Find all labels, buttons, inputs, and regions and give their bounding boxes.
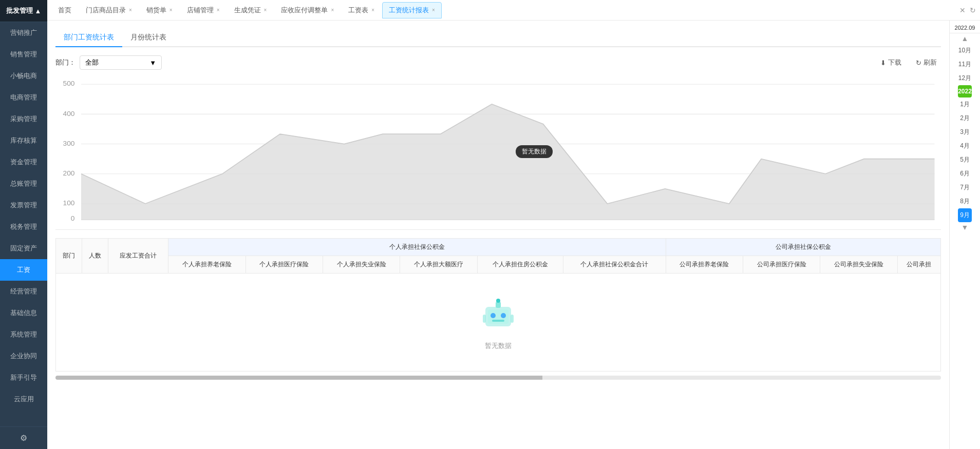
svg-text:200: 200 [63, 170, 75, 177]
chart-no-data-tooltip: 暂无数据 [516, 145, 553, 158]
th-公司承担养老保险: 公司承担养老保险 [666, 256, 743, 274]
date-item-5月[interactable]: 5月 [958, 153, 972, 167]
sidebar-item-总账管理[interactable]: 总账管理 [0, 173, 47, 194]
date-nav-down[interactable]: ▼ [962, 222, 969, 232]
download-icon: ⬇ [880, 59, 886, 67]
sidebar-item-新手引导[interactable]: 新手引导 [0, 367, 47, 388]
th-dept: 部门 [56, 239, 82, 274]
svg-text:300: 300 [63, 140, 75, 147]
gear-icon[interactable]: ⚙ [20, 433, 27, 443]
tab-销货单[interactable]: 销货单× [140, 2, 179, 18]
date-item-12月[interactable]: 12月 [958, 71, 972, 85]
th-count: 人数 [82, 239, 108, 274]
tab-工资表[interactable]: 工资表× [342, 2, 381, 18]
date-item-2022[interactable]: 2022 [958, 85, 972, 97]
date-item-3月[interactable]: 3月 [958, 125, 972, 139]
th-salary: 应发工资合计 [108, 239, 168, 274]
scroll-hint[interactable] [55, 376, 941, 380]
tab-close-工资表[interactable]: × [371, 7, 374, 13]
main-area: 首页门店商品目录×销货单×店铺管理×生成凭证×应收应付调整单×工资表×工资统计报… [47, 0, 980, 449]
th-个人承担大额医疗: 个人承担大额医疗 [400, 256, 477, 274]
th-公司承担医疗保险: 公司承担医疗保险 [743, 256, 820, 274]
download-button[interactable]: ⬇ 下载 [876, 56, 906, 69]
tab-店铺管理[interactable]: 店铺管理× [180, 2, 227, 18]
chevron-down-icon: ▼ [149, 59, 156, 67]
th-个人承担医疗保险: 个人承担医疗保险 [246, 256, 323, 274]
date-item-7月[interactable]: 7月 [958, 181, 972, 194]
th-个人承担养老保险: 个人承担养老保险 [168, 256, 246, 274]
sidebar-footer: ⚙ [0, 426, 47, 449]
th-company-group: 公司承担社保公积金 [666, 239, 940, 256]
chart-container: 500 400 300 200 100 0 [55, 76, 941, 230]
data-table: 部门 人数 应发工资合计 个人承担社保公积金 公司承担社保公积金 个人承担养老保… [55, 238, 941, 372]
chevron-up-icon: ▲ [35, 7, 42, 15]
dept-select-value: 全部 [85, 58, 99, 67]
sidebar-item-经营管理[interactable]: 经营管理 [0, 281, 47, 302]
close-all-icon[interactable]: ✕ [959, 6, 966, 14]
chart-svg: 500 400 300 200 100 0 [55, 76, 941, 225]
sidebar-title: 批发管理 [6, 6, 33, 15]
empty-text: 暂无数据 [485, 341, 512, 350]
date-item-8月[interactable]: 8月 [958, 194, 972, 208]
sidebar-item-系统管理[interactable]: 系统管理 [0, 324, 47, 345]
sidebar-item-库存核算[interactable]: 库存核算 [0, 130, 47, 151]
refresh-button[interactable]: ↻ 刷新 [912, 56, 941, 69]
sub-tabs: 部门工资统计表 月份统计表 [55, 29, 941, 47]
date-item-1月[interactable]: 1月 [958, 97, 972, 111]
tab-close-销货单[interactable]: × [169, 7, 173, 13]
sub-tab-dept[interactable]: 部门工资统计表 [55, 29, 122, 47]
sidebar-item-发票管理[interactable]: 发票管理 [0, 194, 47, 216]
th-公司承担失业保险: 公司承担失业保险 [820, 256, 897, 274]
tab-门店商品目录[interactable]: 门店商品目录× [79, 2, 139, 18]
date-item-6月[interactable]: 6月 [958, 167, 972, 181]
sidebar-item-税务管理[interactable]: 税务管理 [0, 216, 47, 238]
sidebar-item-营销推广[interactable]: 营销推广 [0, 22, 47, 44]
sidebar-item-电商管理[interactable]: 电商管理 [0, 87, 47, 108]
tab-close-生成凭证[interactable]: × [264, 7, 267, 13]
date-panel: 2022.09 ▲ 10月11月12月20221月2月3月4月5月6月7月8月9… [949, 21, 980, 449]
date-item-2月[interactable]: 2月 [958, 111, 972, 125]
sidebar-item-小畅电商[interactable]: 小畅电商 [0, 65, 47, 87]
refresh-tab-icon[interactable]: ↻ [970, 6, 976, 14]
tab-首页[interactable]: 首页 [51, 2, 78, 18]
content-area: 部门工资统计表 月份统计表 部门： 全部 ▼ ⬇ 下载 [47, 21, 980, 449]
svg-point-18 [496, 299, 500, 303]
svg-rect-19 [483, 315, 486, 323]
svg-point-14 [491, 313, 496, 318]
toolbar-right: ⬇ 下载 ↻ 刷新 [876, 56, 941, 69]
svg-text:500: 500 [63, 80, 75, 87]
tab-bar: 首页门店商品目录×销货单×店铺管理×生成凭证×应收应付调整单×工资表×工资统计报… [47, 0, 980, 21]
date-item-10月[interactable]: 10月 [958, 44, 972, 57]
date-nav-up[interactable]: ▲ [962, 33, 969, 44]
tab-工资统计报表[interactable]: 工资统计报表× [382, 2, 442, 18]
sidebar-item-基础信息[interactable]: 基础信息 [0, 302, 47, 324]
sidebar-header[interactable]: 批发管理 ▲ [0, 0, 47, 22]
tab-生成凭证[interactable]: 生成凭证× [228, 2, 274, 18]
sidebar-item-企业协同[interactable]: 企业协同 [0, 345, 47, 367]
sub-tab-month[interactable]: 月份统计表 [122, 29, 175, 47]
svg-rect-16 [492, 320, 504, 322]
dept-select[interactable]: 全部 ▼ [80, 55, 162, 70]
sidebar-item-资金管理[interactable]: 资金管理 [0, 151, 47, 173]
sidebar-item-工资[interactable]: 工资 [0, 259, 47, 281]
tab-bar-right: ✕ ↻ [959, 6, 976, 14]
date-item-4月[interactable]: 4月 [958, 139, 972, 153]
date-item-11月[interactable]: 11月 [958, 57, 972, 71]
date-panel-current: 2022.09 [950, 23, 980, 33]
tab-close-工资统计报表[interactable]: × [432, 7, 435, 13]
sidebar-item-采购管理[interactable]: 采购管理 [0, 108, 47, 130]
svg-rect-20 [511, 315, 514, 323]
tab-close-店铺管理[interactable]: × [217, 7, 220, 13]
sidebar-item-云应用[interactable]: 云应用 [0, 388, 47, 410]
date-item-9月[interactable]: 9月 [958, 208, 972, 222]
svg-point-15 [501, 313, 506, 318]
tab-close-应收应付调整单[interactable]: × [331, 7, 334, 13]
th-个人承担社保公积金合计: 个人承担社保公积金合计 [563, 256, 666, 274]
tab-close-门店商品目录[interactable]: × [129, 7, 132, 13]
sidebar-item-销售管理[interactable]: 销售管理 [0, 44, 47, 65]
th-公司承担: 公司承担 [897, 256, 940, 274]
refresh-icon: ↻ [916, 59, 921, 67]
toolbar-left: 部门： 全部 ▼ [55, 55, 162, 70]
tab-应收应付调整单[interactable]: 应收应付调整单× [274, 2, 341, 18]
sidebar-item-固定资产[interactable]: 固定资产 [0, 238, 47, 259]
